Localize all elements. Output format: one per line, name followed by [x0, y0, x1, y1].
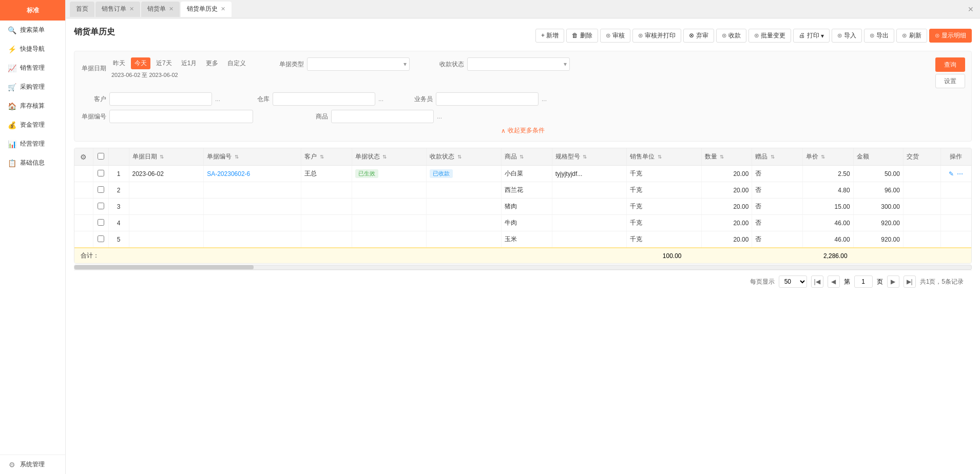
- doc-type-select[interactable]: [307, 57, 410, 71]
- edit-link[interactable]: ✎: [949, 170, 954, 177]
- col-goods[interactable]: 商品 ⇅: [502, 148, 552, 166]
- more-link[interactable]: ⋯: [957, 170, 963, 177]
- sidebar-item-finance-mgmt[interactable]: 💰 资金管理: [0, 115, 65, 134]
- row-select-checkbox[interactable]: [98, 219, 104, 226]
- row-select-checkbox[interactable]: [98, 170, 104, 176]
- col-price[interactable]: 单价 ⇅: [803, 148, 854, 166]
- sidebar-item-inventory-calc[interactable]: 🏠 库存核算: [0, 96, 65, 115]
- abandon-button[interactable]: ⊗ 弃审: [683, 29, 714, 43]
- print-button[interactable]: 🖨 打印 ▾: [793, 29, 829, 43]
- select-all-checkbox[interactable]: [98, 153, 104, 160]
- setting-button[interactable]: 设置: [935, 74, 965, 88]
- query-button[interactable]: 查询: [935, 57, 965, 72]
- row-select-checkbox[interactable]: [98, 203, 104, 209]
- sidebar-item-purchase-mgmt[interactable]: 🛒 采购管理: [0, 77, 65, 96]
- col-customer[interactable]: 客户 ⇅: [301, 148, 352, 166]
- import-button[interactable]: ⊙ 导入: [832, 29, 862, 43]
- toolbar: + 新增 🗑 删除 ⊙ 审核 ⊙ 审核并打印 ⊗ 弃审 ⊙ 收款 ⊙ 批量变更 …: [535, 29, 972, 43]
- row-checkbox[interactable]: [93, 182, 108, 199]
- search-icon: 🔍: [8, 26, 16, 34]
- sidebar-item-ops-mgmt[interactable]: 📊 经营管理: [0, 134, 65, 153]
- next-page-button[interactable]: ▶: [887, 275, 899, 288]
- row-doc-status: 已生效: [352, 166, 427, 182]
- doc-no-input[interactable]: [109, 110, 253, 123]
- first-page-button[interactable]: |◀: [811, 275, 823, 288]
- export-button[interactable]: ⊙ 导出: [864, 29, 894, 43]
- sidebar-item-label: 系统管理: [20, 460, 45, 469]
- today-btn[interactable]: 今天: [131, 57, 150, 69]
- ops-icon: 📊: [8, 140, 16, 148]
- show-detail-button[interactable]: ⊙ 显示明细: [929, 29, 972, 43]
- collapse-button[interactable]: ∧ 收起更多条件: [81, 126, 965, 135]
- tab-sales-history[interactable]: 销货单历史 ✕: [181, 2, 232, 17]
- customer-dots[interactable]: ...: [215, 95, 220, 103]
- page-input[interactable]: [854, 275, 873, 288]
- row-checkbox[interactable]: [93, 231, 108, 248]
- last-page-button[interactable]: ▶|: [904, 275, 916, 288]
- goods-dots[interactable]: ...: [437, 113, 442, 120]
- row-spec: tyjyjtyjdf...: [552, 166, 627, 182]
- row-settings: [74, 215, 93, 231]
- row-unit: 千克: [627, 215, 702, 231]
- col-unit[interactable]: 销售单位 ⇅: [627, 148, 702, 166]
- window-close-button[interactable]: ✕: [966, 3, 976, 15]
- tab-label: 销货单: [147, 5, 166, 13]
- delete-button[interactable]: 🗑 删除: [566, 29, 598, 43]
- sidebar-item-quick-nav[interactable]: ⚡ 快捷导航: [0, 40, 65, 58]
- col-doc-date[interactable]: 单据日期 ⇅: [129, 148, 204, 166]
- sidebar-item-sys-mgmt[interactable]: ⚙ 系统管理: [0, 455, 65, 474]
- audit-print-button[interactable]: ⊙ 审核并打印: [632, 29, 681, 43]
- col-settings[interactable]: ⚙: [74, 148, 93, 166]
- row-select-checkbox[interactable]: [98, 235, 104, 242]
- tab-home[interactable]: 首页: [70, 2, 94, 17]
- col-gift[interactable]: 赠品 ⇅: [752, 148, 803, 166]
- sidebar-item-search-menu[interactable]: 🔍 搜索菜单: [0, 21, 65, 40]
- tab-close-icon[interactable]: ✕: [169, 6, 174, 12]
- prev-page-button[interactable]: ◀: [828, 275, 840, 288]
- tab-sales-order[interactable]: 销售订单 ✕: [95, 2, 140, 17]
- row-amount: 300.00: [853, 199, 903, 215]
- col-spec[interactable]: 规格型号 ⇅: [552, 148, 627, 166]
- sort-icon: ⇅: [160, 154, 164, 160]
- yesterday-btn[interactable]: 昨天: [109, 57, 129, 69]
- row-checkbox[interactable]: [93, 215, 108, 231]
- tab-close-icon[interactable]: ✕: [129, 6, 134, 12]
- sidebar-item-basic-info[interactable]: 📋 基础信息: [0, 153, 65, 172]
- business-input[interactable]: [436, 92, 539, 106]
- col-qty[interactable]: 数量 ⇅: [701, 148, 752, 166]
- row-select-checkbox[interactable]: [98, 186, 104, 193]
- sort-icon: ⇅: [771, 154, 775, 160]
- new-button[interactable]: + 新增: [535, 29, 564, 43]
- row-price: 2.50: [803, 166, 854, 182]
- row-transaction: [903, 166, 940, 182]
- chevron-down-icon: ▾: [821, 32, 824, 40]
- row-checkbox[interactable]: [93, 166, 108, 182]
- business-dots[interactable]: ...: [542, 95, 547, 103]
- 7days-btn[interactable]: 近7天: [152, 57, 176, 69]
- col-doc-no[interactable]: 单据编号 ⇅: [204, 148, 301, 166]
- sidebar-item-sales-mgmt[interactable]: 📈 销售管理: [0, 58, 65, 77]
- goods-input[interactable]: [331, 110, 434, 123]
- batch-change-button[interactable]: ⊙ 批量变更: [748, 29, 791, 43]
- payment-status-filter: 收款状态: [438, 57, 570, 71]
- more-btn[interactable]: 更多: [202, 57, 222, 69]
- tab-sales-delivery[interactable]: 销货单 ✕: [141, 2, 180, 17]
- 1month-btn[interactable]: 近1月: [178, 57, 201, 69]
- warehouse-input[interactable]: [273, 92, 375, 106]
- receive-button[interactable]: ⊙ 收款: [716, 29, 746, 43]
- audit-button[interactable]: ⊙ 审核: [600, 29, 630, 43]
- doc-no-label: 单据编号: [81, 112, 106, 121]
- col-doc-status[interactable]: 单据状态 ⇅: [352, 148, 427, 166]
- table-settings-icon[interactable]: ⚙: [80, 153, 87, 161]
- warehouse-dots[interactable]: ...: [378, 95, 383, 103]
- payment-status-select[interactable]: [467, 57, 570, 71]
- custom-btn[interactable]: 自定义: [224, 57, 249, 69]
- customer-input[interactable]: [109, 92, 212, 106]
- refresh-button[interactable]: ⊙ 刷新: [896, 29, 927, 43]
- date-buttons: 昨天 今天 近7天 近1月 更多 自定义: [109, 57, 249, 69]
- row-checkbox[interactable]: [93, 199, 108, 215]
- tab-close-icon[interactable]: ✕: [221, 6, 225, 12]
- col-checkbox: [93, 148, 108, 166]
- col-payment-status[interactable]: 收款状态 ⇅: [427, 148, 502, 166]
- per-page-select[interactable]: 50 100 200: [779, 275, 807, 288]
